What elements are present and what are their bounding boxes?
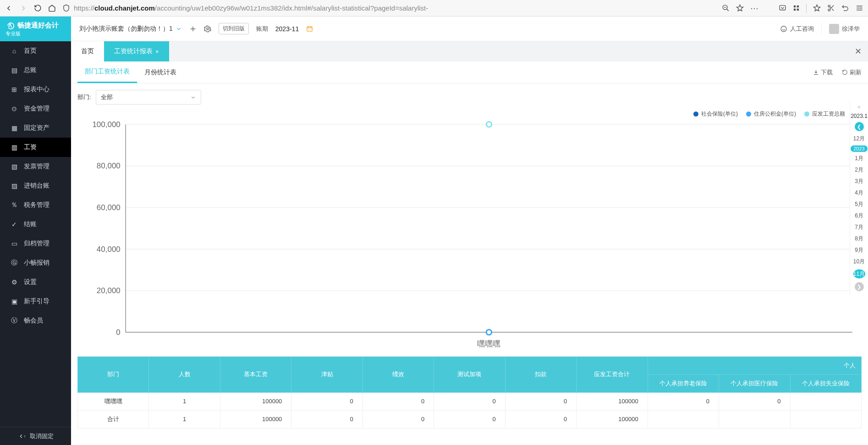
sidebar-item-9[interactable]: ✓结账 <box>0 215 71 234</box>
nav-icon: ✓ <box>10 220 18 228</box>
nav-label: 总账 <box>24 66 37 74</box>
calendar-icon[interactable] <box>306 25 313 32</box>
home-icon[interactable] <box>48 4 56 12</box>
more-icon[interactable]: ⋯ <box>750 3 758 13</box>
month-item[interactable]: 1月 <box>855 155 863 162</box>
col-header: 绩效 <box>363 356 434 392</box>
col-header: 个人承担医疗保险 <box>719 374 790 392</box>
month-item[interactable]: 8月 <box>855 235 863 243</box>
nav-label: 进销台账 <box>24 182 49 190</box>
month-item[interactable]: 6月 <box>855 212 863 220</box>
gear-icon[interactable] <box>204 25 211 33</box>
sidebar-item-12[interactable]: ⚙设置 <box>0 273 71 292</box>
tab-close-icon[interactable]: × <box>155 48 159 55</box>
switch-version-button[interactable]: 切到旧版 <box>219 23 249 34</box>
table-row: 合计11000000000100000 <box>78 410 862 428</box>
apps-icon[interactable] <box>793 5 800 11</box>
add-account-button[interactable] <box>189 25 197 33</box>
table-cell: 0 <box>291 410 363 428</box>
address-bar[interactable]: https://cloud.chanjet.com/accounting/uw1… <box>62 4 715 12</box>
sidebar-collapse-button[interactable]: 取消固定 <box>0 427 71 445</box>
nav-label: 报表中心 <box>24 85 49 94</box>
table-cell: 0 <box>434 392 505 410</box>
sidebar-item-1[interactable]: ▤总账 <box>0 61 71 80</box>
table-cell: 0 <box>505 410 576 428</box>
sidebar-item-2[interactable]: ⊞报表中心 <box>0 80 71 99</box>
shield-icon <box>62 4 70 12</box>
undo-icon[interactable] <box>841 4 849 12</box>
refresh-button[interactable]: 刷新 <box>842 68 862 77</box>
scissors-icon[interactable] <box>827 4 835 12</box>
sidebar-item-10[interactable]: ▭归档管理 <box>0 234 71 253</box>
download-button[interactable]: 下载 <box>813 68 833 77</box>
bookmark-star-icon[interactable] <box>813 4 821 12</box>
back-icon[interactable] <box>5 4 13 12</box>
nav-icon: ▣ <box>10 297 18 306</box>
dept-select[interactable]: 全部 <box>96 90 201 105</box>
svg-point-7 <box>828 9 830 11</box>
sidebar-item-5[interactable]: ▥工资 <box>0 138 71 157</box>
sidebar-item-11[interactable]: Ⓖ小畅报销 <box>0 253 71 273</box>
col-header: 个人承担失业保险 <box>790 374 861 392</box>
forward-icon[interactable] <box>19 4 27 12</box>
svg-text:100,000: 100,000 <box>92 120 120 129</box>
table-cell: 嘿嘿嘿 <box>78 392 149 410</box>
support-link[interactable]: 人工咨询 <box>780 25 814 33</box>
nav-icon: ⊙ <box>10 105 18 113</box>
month-item[interactable]: 9月 <box>855 246 863 254</box>
sidebar-item-14[interactable]: Ⓥ畅会员 <box>0 311 71 330</box>
rail-down-icon[interactable]: ❯ <box>855 282 864 291</box>
month-item[interactable]: 4月 <box>855 189 863 197</box>
month-item[interactable]: 2月 <box>855 166 863 174</box>
svg-rect-3 <box>797 6 799 7</box>
close-icon[interactable]: ✕ <box>852 45 864 58</box>
table-row: 嘿嘿嘿1100000000010000000 <box>78 392 862 410</box>
col-header: 扣款 <box>505 356 576 392</box>
sidebar-item-7[interactable]: ▨进销台账 <box>0 176 71 195</box>
nav-icon: ▦ <box>10 124 18 132</box>
table-cell: 0 <box>648 392 719 410</box>
star-icon[interactable] <box>736 4 744 12</box>
rail-up-icon[interactable]: ❮ <box>855 122 864 131</box>
subtab[interactable]: 部门工资统计表 <box>77 61 137 83</box>
zoom-icon[interactable] <box>722 4 730 12</box>
menu-icon[interactable] <box>856 4 863 12</box>
account-selector[interactable]: 刘小艳演示账套（勿删勿动！）1 <box>79 25 182 33</box>
tab-1[interactable]: 工资统计报表× <box>104 41 169 61</box>
sidebar-item-3[interactable]: ⊙资金管理 <box>0 99 71 118</box>
month-item[interactable]: 5月 <box>855 200 863 208</box>
svg-rect-9 <box>307 27 312 31</box>
svg-text:20,000: 20,000 <box>97 286 121 295</box>
reload-icon[interactable] <box>34 4 42 12</box>
tab-0[interactable]: 首页 <box>71 41 104 61</box>
month-rail: « 2023.1❮12月20231月2月3月4月5月6月7月8月9月10月11月… <box>850 101 868 296</box>
chart: 社会保险(单位)住房公积金(单位)应发工资总额 020,00040,00060,… <box>71 107 868 356</box>
table-cell: 100000 <box>577 410 648 428</box>
sidebar-item-0[interactable]: ⌂首页 <box>0 41 71 61</box>
sidebar-item-8[interactable]: ％税务管理 <box>0 195 71 215</box>
nav-label: 结账 <box>24 220 37 228</box>
legend-item[interactable]: 应发工资总额 <box>804 110 845 118</box>
table-cell: 1 <box>149 392 220 410</box>
chevron-up-icon[interactable]: « <box>857 104 861 110</box>
month-item[interactable]: 10月 <box>853 258 865 266</box>
nav-label: 小畅报销 <box>24 259 49 267</box>
period-value[interactable]: 2023-11 <box>275 25 299 33</box>
month-item[interactable]: 3月 <box>855 178 863 185</box>
nav-label: 首页 <box>24 47 37 55</box>
sidebar-item-4[interactable]: ▦固定资产 <box>0 118 71 138</box>
legend-item[interactable]: 社会保险(单位) <box>693 110 738 118</box>
month-item[interactable]: 12月 <box>853 135 865 143</box>
pocket-icon[interactable] <box>779 4 786 12</box>
col-group-header: 个人 <box>648 356 861 374</box>
nav: ⌂首页▤总账⊞报表中心⊙资金管理▦固定资产▥工资▧发票管理▨进销台账％税务管理✓… <box>0 41 71 427</box>
legend-item[interactable]: 住房公积金(单位) <box>746 110 796 118</box>
month-item[interactable]: 7月 <box>855 223 863 231</box>
user-menu[interactable]: 徐泽华 <box>829 24 860 34</box>
month-item[interactable]: 11月 <box>853 269 865 278</box>
sidebar-item-13[interactable]: ▣新手引导 <box>0 292 71 311</box>
sidebar-item-6[interactable]: ▧发票管理 <box>0 157 71 176</box>
subtab[interactable]: 月份统计表 <box>137 61 184 83</box>
svg-point-8 <box>207 28 209 30</box>
data-table: 部门人数基本工资津贴绩效测试加项扣款应发工资合计个人个人承担养老保险个人承担医疗… <box>71 356 868 442</box>
